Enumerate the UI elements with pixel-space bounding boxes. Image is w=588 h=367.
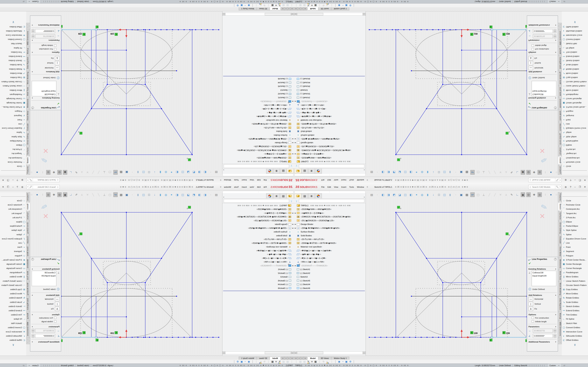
angle-field[interactable]: 0.00000000°: [533, 29, 553, 33]
strip-icon[interactable]: ⋮: [295, 4, 297, 7]
toolbar-icon[interactable]: ◧: [409, 192, 413, 197]
section-additional-parameters[interactable]: Additional Parameters∨: [527, 340, 558, 343]
commandmanager-tab[interactable]: Sheet Metal: [26, 109, 30, 122]
relation-entry[interactable]: Collinear108: [533, 271, 555, 274]
commandmanager-tab[interactable]: MBD Dimensions: [26, 321, 30, 337]
sketch-tool[interactable]: ↘ Scale Entities: [562, 300, 588, 304]
strip-icon[interactable]: ⋮: [319, 360, 321, 363]
commandmanager-tab[interactable]: Features: [26, 165, 30, 175]
tree-item[interactable]: Surface Bodies: [223, 230, 294, 234]
document-tab[interactable]: 3D Views: [318, 357, 331, 360]
sketch-tool[interactable]: ⊞ Copy Entities: [0, 75, 26, 80]
sketch-tool[interactable]: ∷ Linear Sketch Pattern: [0, 279, 26, 283]
tree-filter-input[interactable]: [299, 199, 364, 203]
tree-item[interactable]: ▶ ○∧◉✚25◦Ȝ○◦○Ȝ◦25✚◉∧○: [294, 211, 365, 215]
commandmanager-tab[interactable]: Evaluate: [26, 122, 30, 132]
sketch-tool[interactable]: ◯ Ellipse: [562, 143, 588, 147]
tree-item[interactable]: (-) Sketch2: [223, 92, 294, 96]
toolbar-icon[interactable]: ∟: [515, 170, 519, 175]
strip-icon[interactable]: ◉: [338, 360, 340, 363]
expand-arrow-icon[interactable]: ▶: [291, 265, 294, 267]
tree-item[interactable]: (-) Sketch5: [223, 279, 294, 283]
search-dropdown-icon[interactable]: ▾: [559, 178, 562, 182]
sketch-tool[interactable]: ↘ Scale Entities: [0, 300, 26, 304]
checkbox[interactable]: [532, 317, 534, 319]
tree-item[interactable]: ○25∙Ո♙ɅΜ○◦○ΜɅ♙Ո∙25○: [294, 237, 365, 241]
sketch-tool[interactable]: ╱ Line: [562, 122, 588, 126]
angle-field[interactable]: 0.00000000°: [35, 334, 55, 338]
sketch-tool[interactable]: ⊂ Partial Ellipse: [562, 224, 588, 228]
pin-icon[interactable]: ✛: [220, 179, 222, 181]
sketch-tool[interactable]: ƒ Equation Driven Curve: [562, 126, 588, 130]
tree-item[interactable]: ○253Ɛ✚◉ɅΜΦ○◦○ΦΜɅ◉✚Ɛ325○: [223, 208, 294, 211]
sketch-tool[interactable]: ƒ Equation Driven Curve: [0, 126, 26, 130]
panel-help-icon[interactable]: ?: [31, 107, 34, 109]
commandmanager-tab[interactable]: MBD Dimensions: [558, 321, 562, 337]
commandmanager-tab[interactable]: Direct Editing: [558, 132, 562, 146]
scroll-right-icon[interactable]: ▸: [222, 351, 225, 354]
toolbar-icon[interactable]: ▨: [465, 170, 469, 175]
commandmanager-tab[interactable]: Evaluate: [558, 235, 562, 245]
tree-item[interactable]: ○✚Ȝ℮◦♙○◉Ι○◦○Ι◉○♙◦℮Ȝ✚○: [294, 107, 365, 111]
line-endpoint-handle[interactable]: [95, 336, 97, 338]
sketch-tool[interactable]: ◜ 3 Point Arc: [562, 216, 588, 220]
section-options[interactable]: Options∧: [527, 313, 558, 316]
toolbar-icon[interactable]: ∟: [515, 192, 519, 197]
tab-nav-button[interactable]: ▸: [301, 7, 304, 10]
sketch-tool[interactable]: ▪ Point: [562, 118, 588, 122]
relation-button-icon[interactable]: —: [55, 297, 60, 301]
sketch-tool[interactable]: ╱ Line: [562, 241, 588, 245]
option-row[interactable]: Infinite length: [30, 320, 61, 323]
units-dropdown-arrow[interactable]: ▲: [558, 365, 560, 366]
toolbar-icon[interactable]: ●: [415, 170, 419, 175]
sketch-tool[interactable]: ∷ Linear Sketch Pattern: [0, 84, 26, 88]
commandmanager-tab[interactable]: Mold Tools: [558, 270, 562, 281]
toolbar-icon[interactable]: ▢: [108, 192, 112, 197]
menu-item[interactable]: File: [321, 186, 325, 188]
toolbar-icon[interactable]: ✎: [510, 170, 514, 175]
tree-item[interactable]: Sketch3: [223, 275, 294, 279]
relation-button-icon[interactable]: ❘: [55, 302, 60, 306]
commandmanager-tab[interactable]: Sketch: [26, 156, 30, 165]
strip-icon[interactable]: ◔: [342, 360, 343, 363]
scroll-right-icon[interactable]: ▸: [222, 13, 225, 16]
strip-icon[interactable]: ✎: [279, 360, 281, 363]
strip-icon[interactable]: │: [252, 360, 253, 363]
commandmanager-tab[interactable]: Mold Tools: [558, 86, 562, 97]
sketch-tool[interactable]: ⊢ Stretch Entities: [0, 58, 26, 63]
sketch-tool[interactable]: ⊞ Copy Entities: [0, 287, 26, 292]
toolbar-icon[interactable]: ▣: [459, 170, 463, 175]
strip-icon[interactable]: ✎: [307, 4, 309, 7]
tree-item[interactable]: ○∙◉✚○◉Ι○◦○Ι◉○✚◉∙○: [294, 111, 365, 115]
toolbar-icon[interactable]: ✚: [52, 192, 56, 197]
toolbar-icon[interactable]: ✚: [532, 192, 536, 197]
toolbar-icon[interactable]: ◧: [203, 170, 207, 175]
line-endpoint-handle[interactable]: [491, 29, 493, 31]
toolbar-icon[interactable]: ∶: [41, 170, 45, 175]
toolbar-icon[interactable]: ⊞: [538, 192, 542, 197]
tree-item[interactable]: ○253Ɛ✚◉ɅΜΦ○◦○ΦΜɅ◉✚Ɛ325○: [223, 156, 294, 160]
sketch-tool[interactable]: ▢ Convert Entities: [562, 37, 588, 42]
commandmanager-tab[interactable]: ⋮: [26, 338, 30, 341]
menu-item[interactable]: Insert: [341, 179, 346, 181]
help-icon[interactable]: ?: [570, 186, 571, 188]
toolbar-icon[interactable]: ▮: [426, 192, 430, 197]
document-tab[interactable]: Model: [270, 357, 281, 360]
sketch-tool[interactable]: ∿ Style Spline: [562, 135, 588, 139]
tree-item[interactable]: ○253Ɛ✚◉ɅΜΦ○◦○ΦΜɅ◉✚Ɛ325○: [294, 208, 365, 211]
strip-icon[interactable]: ⋮: [291, 360, 293, 363]
strip-icon[interactable]: ≡: [276, 4, 277, 7]
more-tools-chevron[interactable]: ≫: [12, 9, 15, 35]
option-row[interactable]: For construction: [30, 316, 61, 320]
expand-arrow-icon[interactable]: ▶: [291, 227, 294, 229]
section-add-relations[interactable]: Add Relations∧: [527, 293, 558, 297]
toolbar-icon[interactable]: ◉: [63, 192, 67, 197]
relations-listbox[interactable]: Collinear108Equal length109: [532, 271, 556, 286]
toolbar-icon[interactable]: ↓: [153, 192, 157, 197]
toolbar-icon[interactable]: ●: [35, 170, 39, 175]
tree-item[interactable]: ○25✚3Ɛ25○ΝΝ◉◦✚ƆϹ3ƐՈ3Ɛ25○◦○253ƐՈ3ƐϽ✚◦◉ΝΝ○: [294, 215, 365, 219]
toolbar-icon[interactable]: ⊥: [482, 170, 486, 175]
close-button[interactable]: ✕: [584, 186, 586, 188]
section-options[interactable]: Options∧: [30, 313, 61, 316]
strip-icon[interactable]: ▤: [282, 4, 285, 7]
